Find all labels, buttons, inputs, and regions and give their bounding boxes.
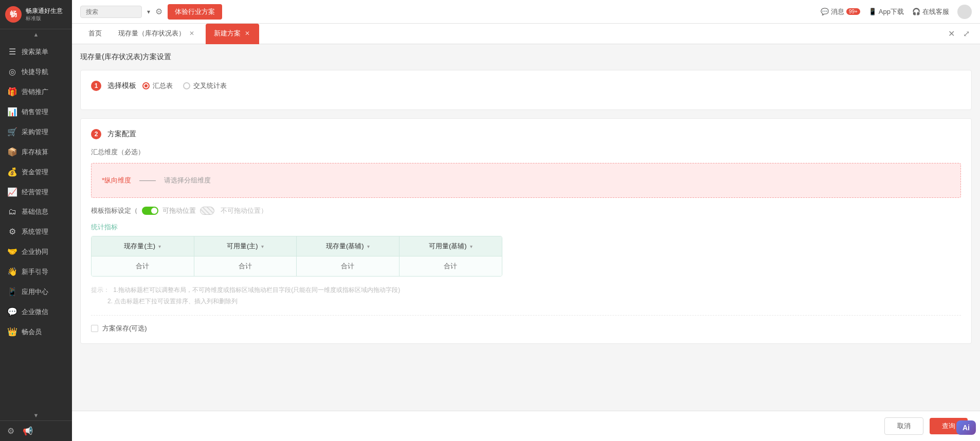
sidebar-item-operations[interactable]: 📈 经营管理 [0,182,72,202]
step1-header: 1 选择模板 汇总表 交叉统计表 [91,81,961,91]
tip-2: 2. 点击标题栏下拉可设置排序、插入列和删除列 [107,298,238,305]
sidebar-item-label: 搜索菜单 [22,47,48,57]
metrics-toggle-area: 模板指标设定（ 可拖动位置 不可拖动位置） [91,206,961,215]
quicknav-icon: ◎ [7,67,17,77]
save-option: 方案保存(可选) [91,324,961,333]
sidebar-item-system[interactable]: ⚙ 系统管理 [0,222,72,242]
purchase-icon: 🛒 [7,127,17,137]
tab-close-action-icon[interactable]: ✕ [946,27,957,41]
metrics-table-body: 合计 合计 合计 合计 [92,256,502,276]
dimension-required-text: *纵向维度 [102,176,131,185]
step2-header: 2 方案配置 [91,129,961,139]
sidebar-item-label: 快捷导航 [22,67,48,77]
messages-button[interactable]: 💬 消息 99+ [821,7,860,16]
app-version: 标准版 [26,15,63,22]
system-icon: ⚙ [7,227,17,236]
messages-badge: 99+ [846,8,860,15]
cell-0: 合计 [92,256,194,276]
sidebar-item-search[interactable]: ☰ 搜索菜单 [0,42,72,62]
sidebar-item-label: 新手引导 [22,267,48,277]
col-header-1[interactable]: 可用量(主) ▾ [194,236,297,256]
step1-title: 选择模板 [107,81,136,90]
tip-1: 1.拖动标题栏可以调整布局，不可跨维度或指标区域拖动栏目字段(只能在同一维度或指… [113,286,400,293]
tab-home-label: 首页 [88,29,102,38]
toggle-off-label: 不可拖动位置） [221,206,267,215]
sidebar-item-newbie[interactable]: 👋 新手引导 [0,262,72,282]
sidebar-item-app-center[interactable]: 📱 应用中心 [0,282,72,302]
col-header-3[interactable]: 可用量(基辅) ▾ [400,236,502,256]
sidebar-item-marketing[interactable]: 🎁 营销推广 [0,82,72,102]
speaker-icon[interactable]: 📢 [23,426,33,436]
col-header-1-label: 可用量(主) [227,242,258,251]
user-avatar[interactable] [957,5,972,19]
settings-icon[interactable]: ⚙ [7,426,14,436]
sidebar-item-purchase[interactable]: 🛒 采购管理 [0,122,72,142]
topbar-gear-icon[interactable]: ⚙ [155,7,162,16]
tab-new-plan[interactable]: 新建方案 ✕ [206,24,259,44]
app-download-button[interactable]: 📱 App下载 [868,7,904,16]
tab-inventory-close-icon[interactable]: ✕ [188,29,195,38]
col-header-2[interactable]: 现存量(基辅) ▾ [297,236,400,256]
radio-cross-table[interactable]: 交叉统计表 [183,81,227,90]
sidebar-scroll-down[interactable]: ▼ [0,410,72,420]
messages-label: 消息 [831,7,844,16]
marketing-icon: 🎁 [7,87,17,97]
cancel-button[interactable]: 取消 [884,417,923,435]
online-service-label: 在线客服 [922,7,949,16]
ai-badge[interactable]: Ai [956,420,976,435]
col-header-2-label: 现存量(基辅) [326,242,364,251]
tab-expand-action-icon[interactable]: ⤢ [961,27,972,41]
col-header-0-label: 现存量(主) [124,242,155,251]
col-header-3-chevron: ▾ [470,244,473,249]
tab-new-plan-label: 新建方案 [214,29,241,38]
step2-badge: 2 [91,129,101,139]
sidebar-item-inventory[interactable]: 📦 库存核算 [0,142,72,162]
save-checkbox[interactable] [91,325,98,332]
col-header-0-chevron: ▾ [158,244,161,249]
page-title: 现存量(库存状况表)方案设置 [80,52,972,62]
stats-header-label: 统计指标 [91,223,961,232]
sidebar-item-label: 企业微信 [22,307,48,317]
draggable-toggle[interactable] [142,207,158,215]
sidebar-item-sales[interactable]: 📊 销售管理 [0,102,72,122]
topbar-dropdown-icon[interactable]: ▾ [147,8,150,15]
enterprise-icon: 🤝 [7,247,17,256]
tab-new-plan-close-icon[interactable]: ✕ [244,29,251,38]
sidebar-item-quicknav[interactable]: ◎ 快捷导航 [0,62,72,82]
content-area: 现存量(库存状况表)方案设置 1 选择模板 汇总表 交叉统计表 [72,44,980,411]
sidebar-item-label: 库存核算 [22,148,48,157]
sidebar-item-label: 应用中心 [22,287,48,297]
sidebar-scroll-up[interactable]: ▲ [0,29,72,40]
online-service-icon: 🎧 [912,8,920,15]
sidebar-nav: ☰ 搜索菜单 ◎ 快捷导航 🎁 营销推广 📊 销售管理 🛒 采购管理 📦 库存核… [0,40,72,410]
sidebar-item-enterprise[interactable]: 🤝 企业协同 [0,242,72,262]
sidebar-item-finance[interactable]: 💰 资金管理 [0,162,72,182]
topbar-search-input[interactable] [80,6,142,18]
sidebar-item-label: 营销推广 [22,87,48,97]
metrics-table-header: 现存量(主) ▾ 可用量(主) ▾ 现存量(基辅) ▾ 可用量(基辅) ▾ [92,236,502,256]
tab-inventory-label: 现存量（库存状况表） [118,29,185,38]
tab-home[interactable]: 首页 [80,24,110,44]
messages-icon: 💬 [821,8,829,15]
toggle-knob [151,208,157,214]
radio-summary-dot [144,84,148,87]
sidebar-item-members[interactable]: 👑 畅会员 [0,322,72,342]
sidebar-item-label: 畅会员 [22,327,42,337]
online-service-button[interactable]: 🎧 在线客服 [912,7,949,16]
tab-inventory-status[interactable]: 现存量（库存状况表） ✕ [110,24,204,44]
dimension-area[interactable]: *纵向维度 —— 请选择分组维度 [91,163,961,198]
sidebar-item-wechat[interactable]: 💬 企业微信 [0,302,72,322]
radio-summary-table[interactable]: 汇总表 [142,81,173,90]
sidebar: 畅 畅康通好生意 标准版 ▲ ☰ 搜索菜单 ◎ 快捷导航 🎁 营销推广 📊 销售… [0,0,72,441]
sidebar-item-basic-info[interactable]: 🗂 基础信息 [0,202,72,222]
col-header-0[interactable]: 现存量(主) ▾ [92,236,194,256]
inventory-icon: 📦 [7,147,17,157]
tabbar-actions: ✕ ⤢ [946,27,972,41]
topbar-left: ▾ ⚙ 体验行业方案 [80,4,222,20]
step2-section: 2 方案配置 汇总维度（必选） *纵向维度 —— 请选择分组维度 模板指标设定（… [80,118,972,344]
cell-1: 合计 [194,256,297,276]
sidebar-item-label: 资金管理 [22,168,48,177]
dimension-placeholder: 请选择分组维度 [164,176,211,185]
finance-icon: 💰 [7,167,17,177]
experience-industry-button[interactable]: 体验行业方案 [168,4,222,20]
